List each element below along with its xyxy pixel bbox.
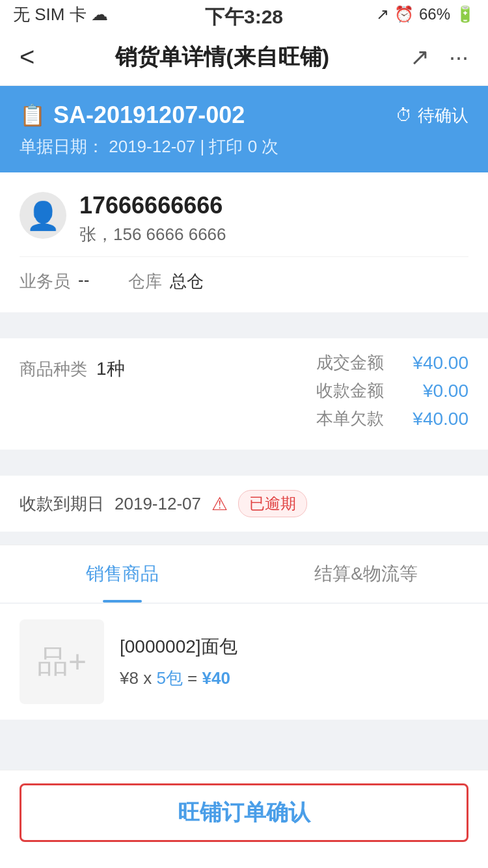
bottom-bar: 旺铺订单确认 (0, 770, 488, 868)
product-item: 品+ [0000002]面包 ¥8 x 5包 = ¥40 (20, 619, 468, 704)
product-section: 品+ [0000002]面包 ¥8 x 5包 = ¥40 (0, 604, 488, 720)
divider-2 (0, 463, 488, 476)
tabs-bar: 销售商品 结算&物流等 (0, 545, 488, 603)
print-info: | 打印 0 次 (200, 137, 278, 156)
back-button[interactable]: < (20, 42, 34, 72)
product-qty: 5包 (156, 668, 182, 688)
nav-bar: < 销货单详情(来自旺铺) ↗ ··· (0, 29, 488, 86)
product-name: [0000002]面包 (120, 634, 468, 659)
pay-amount-row: 收款金额 ¥0.00 (299, 379, 468, 402)
navigation-icon: ↗ (376, 5, 389, 23)
product-type-value: 1种 (96, 357, 125, 381)
product-thumbnail: 品+ (20, 619, 104, 704)
order-header-card: 📋 SA-20191207-002 ⏱ 待确认 单据日期： 2019-12-07… (0, 86, 488, 172)
avatar: 👤 (20, 192, 66, 239)
order-id: 📋 SA-20191207-002 (20, 102, 245, 129)
battery-level: 66% (419, 5, 450, 23)
salesperson-item: 业务员 -- (20, 270, 89, 293)
pay-label: 收款金额 (299, 379, 384, 402)
product-type: 商品种类 1种 (20, 351, 125, 381)
status-text: 待确认 (418, 104, 468, 127)
debt-amount: ¥40.00 (397, 409, 468, 429)
customer-info: 17666666666 张，156 6666 6666 (79, 192, 468, 246)
tab-sales-products[interactable]: 销售商品 (0, 545, 244, 603)
alarm-icon: ⏰ (394, 5, 414, 23)
product-type-label: 商品种类 (20, 358, 87, 381)
debt-amount-row: 本单欠款 ¥40.00 (299, 407, 468, 430)
pay-amount: ¥0.00 (397, 381, 468, 401)
order-id-text: SA-20191207-002 (53, 102, 245, 129)
sim-signal-text: 无 SIM 卡 ☁ (13, 3, 108, 26)
tab-settlement-label: 结算&物流等 (314, 562, 418, 586)
due-date-value: 2019-12-07 (115, 494, 201, 514)
confirm-order-button[interactable]: 旺铺订单确认 (20, 783, 468, 842)
tab-sales-label: 销售商品 (86, 562, 159, 586)
summary-section: 商品种类 1种 成交金额 ¥40.00 收款金额 ¥0.00 本单欠款 ¥40.… (0, 338, 488, 450)
more-icon[interactable]: ··· (449, 44, 468, 71)
overdue-badge: 已逾期 (238, 490, 307, 517)
overdue-icon: ⚠ (211, 493, 228, 515)
price-base: ¥8 x (120, 668, 156, 688)
tab-settlement-logistics[interactable]: 结算&物流等 (244, 545, 488, 603)
tab-active-indicator (103, 600, 142, 603)
order-icon: 📋 (20, 103, 46, 128)
product-logo: 品+ (37, 641, 87, 683)
warehouse-item: 仓库 总仓 (128, 270, 204, 293)
page-title: 销货单详情(来自旺铺) (115, 42, 329, 72)
divider-3 (0, 532, 488, 545)
due-date-section: 收款到期日 2019-12-07 ⚠ 已逾期 (0, 476, 488, 532)
deal-amount-row: 成交金额 ¥40.00 (299, 351, 468, 374)
customer-name: 张，156 6666 6666 (79, 223, 468, 246)
warehouse-label: 仓库 (128, 270, 162, 293)
order-header-top: 📋 SA-20191207-002 ⏱ 待确认 (20, 102, 468, 129)
salesperson-label: 业务员 (20, 270, 70, 293)
deal-label: 成交金额 (299, 351, 384, 374)
status-clock-icon: ⏱ (396, 105, 413, 126)
status-bar-time: 下午3:28 (205, 4, 283, 31)
product-price: ¥8 x 5包 = ¥40 (120, 667, 468, 690)
battery-icon: 🔋 (455, 5, 475, 23)
product-info: [0000002]面包 ¥8 x 5包 = ¥40 (120, 634, 468, 690)
divider-1 (0, 325, 488, 338)
order-date-info: 单据日期： 2019-12-07 | 打印 0 次 (20, 135, 468, 158)
deal-amount: ¥40.00 (397, 353, 468, 373)
debt-label: 本单欠款 (299, 407, 384, 430)
due-date-label: 收款到期日 (20, 493, 104, 515)
customer-section: 👤 17666666666 张，156 6666 6666 业务员 -- 仓库 … (0, 172, 488, 312)
date-label: 单据日期： (20, 137, 104, 156)
share-icon[interactable]: ↗ (410, 44, 429, 71)
avatar-icon: 👤 (26, 200, 60, 232)
nav-actions: ↗ ··· (410, 44, 468, 71)
order-status: ⏱ 待确认 (396, 104, 468, 127)
product-total: ¥40 (202, 668, 230, 688)
status-bar: 无 SIM 卡 ☁ 下午3:28 ↗ ⏰ 66% 🔋 (0, 0, 488, 29)
salesperson-value: -- (78, 270, 89, 293)
status-bar-right: ↗ ⏰ 66% 🔋 (376, 5, 475, 23)
warehouse-value: 总仓 (170, 270, 204, 293)
status-bar-left: 无 SIM 卡 ☁ (13, 3, 108, 26)
price-separator: = (183, 668, 202, 688)
customer-row: 👤 17666666666 张，156 6666 6666 (20, 192, 468, 257)
customer-phone: 17666666666 (79, 192, 468, 219)
order-date: 2019-12-07 (109, 137, 195, 156)
amount-summary: 成交金额 ¥40.00 收款金额 ¥0.00 本单欠款 ¥40.00 (299, 351, 468, 430)
customer-meta: 业务员 -- 仓库 总仓 (20, 270, 468, 293)
